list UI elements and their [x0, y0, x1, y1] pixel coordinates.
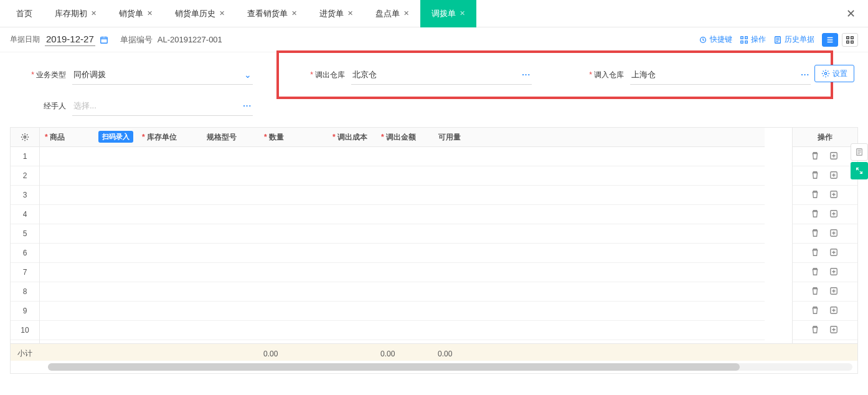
docno-label: 单据编号: [120, 34, 153, 45]
svg-point-11: [824, 72, 827, 75]
svg-rect-3: [745, 36, 748, 39]
svg-rect-2: [741, 36, 743, 39]
tab-sales-order[interactable]: 销货单✕: [108, 0, 164, 27]
horizontal-scrollbar[interactable]: [48, 363, 852, 371]
tab-sales-history[interactable]: 销货单历史✕: [164, 0, 236, 27]
add-icon[interactable]: [829, 151, 839, 161]
row-index: 10: [11, 321, 39, 340]
tab-view-sales[interactable]: 查看销货单✕: [236, 0, 308, 27]
svg-rect-9: [847, 40, 849, 43]
table-row[interactable]: [40, 302, 792, 321]
table-row[interactable]: [40, 282, 792, 302]
more-icon: ···: [243, 101, 252, 110]
row-actions: [793, 147, 857, 166]
data-table: 1234567891011 *商品扫码录入 *库存单位 规格型号 *数量 *调出…: [10, 127, 858, 374]
close-icon[interactable]: ✕: [403, 10, 409, 17]
table-row[interactable]: [40, 166, 792, 186]
delete-icon[interactable]: [811, 325, 821, 335]
out-warehouse-select[interactable]: 北京仓···: [351, 65, 532, 85]
close-panel-icon[interactable]: ✕: [839, 7, 863, 21]
docno-value: AL-20191227-001: [158, 35, 222, 44]
notes-icon[interactable]: [851, 143, 868, 161]
table-row[interactable]: [40, 205, 792, 224]
table-row[interactable]: [40, 244, 792, 263]
tab-bar: 首页 库存期初✕ 销货单✕ 销货单历史✕ 查看销货单✕ 进货单✕ 盘点单✕ 调拨…: [0, 0, 868, 27]
table-row[interactable]: [40, 263, 792, 282]
row-index: 5: [11, 224, 39, 244]
tab-transfer[interactable]: 调拨单✕: [420, 0, 476, 27]
delete-icon[interactable]: [811, 209, 821, 219]
date-label: 单据日期: [10, 34, 40, 45]
close-icon[interactable]: ✕: [291, 10, 297, 17]
date-value[interactable]: 2019-12-27: [45, 34, 95, 46]
row-index: 6: [11, 244, 39, 263]
field-in-warehouse: *调入仓库 上海仓···: [568, 65, 811, 85]
svg-rect-7: [847, 36, 849, 39]
more-icon: ···: [522, 70, 531, 79]
scan-badge[interactable]: 扫码录入: [98, 131, 133, 143]
col-spec: 规格型号: [202, 128, 259, 147]
close-icon[interactable]: ✕: [91, 10, 97, 17]
field-handler: 经手人 选择...···: [10, 96, 253, 116]
close-icon[interactable]: ✕: [347, 10, 353, 17]
svg-rect-0: [100, 37, 107, 43]
handler-select[interactable]: 选择...···: [72, 96, 253, 116]
shortcut-button[interactable]: 快捷键: [699, 34, 732, 45]
delete-icon[interactable]: [811, 229, 821, 239]
tab-stocktake[interactable]: 盘点单✕: [364, 0, 420, 27]
expand-icon[interactable]: [851, 162, 868, 179]
col-avail: 可用量: [433, 128, 765, 147]
add-icon[interactable]: [829, 190, 839, 200]
close-icon[interactable]: ✕: [147, 10, 153, 17]
subtotal-row: 小计 0.00 0.00 0.00: [11, 343, 857, 361]
delete-icon[interactable]: [811, 190, 821, 200]
row-index: 8: [11, 282, 39, 302]
row-actions: [793, 302, 857, 321]
add-icon[interactable]: [829, 267, 839, 277]
settings-button[interactable]: 设置: [814, 65, 854, 82]
float-icons: [851, 143, 868, 179]
tab-purchase[interactable]: 进货单✕: [308, 0, 364, 27]
col-unit: *库存单位: [137, 128, 202, 147]
calendar-icon[interactable]: [99, 35, 109, 45]
add-icon[interactable]: [829, 171, 839, 181]
row-actions: [793, 263, 857, 282]
col-product: *商品扫码录入: [40, 128, 137, 147]
row-actions: [793, 224, 857, 244]
row-index: 7: [11, 263, 39, 282]
delete-icon[interactable]: [811, 287, 821, 297]
svg-rect-5: [745, 40, 748, 43]
add-icon[interactable]: [829, 209, 839, 219]
delete-icon[interactable]: [811, 306, 821, 316]
delete-icon[interactable]: [811, 248, 821, 258]
gear-icon-header[interactable]: [11, 128, 39, 147]
delete-icon[interactable]: [811, 151, 821, 161]
row-index: 3: [11, 186, 39, 205]
row-actions: [793, 282, 857, 302]
tab-inventory-init[interactable]: 库存期初✕: [44, 0, 108, 27]
delete-icon[interactable]: [811, 171, 821, 181]
table-row[interactable]: [40, 186, 792, 205]
history-button[interactable]: 历史单据: [773, 34, 814, 45]
close-icon[interactable]: ✕: [219, 10, 225, 17]
in-warehouse-select[interactable]: 上海仓···: [630, 65, 811, 85]
tab-home[interactable]: 首页: [5, 0, 44, 27]
header-bar: 单据日期 2019-12-27 单据编号 AL-20191227-001 快捷键…: [0, 27, 868, 52]
view-toggle: [822, 33, 858, 47]
table-row[interactable]: [40, 224, 792, 244]
col-qty: *数量: [259, 128, 328, 147]
row-actions: [793, 321, 857, 340]
table-row[interactable]: [40, 147, 792, 166]
table-row[interactable]: [40, 321, 792, 340]
view-grid-icon[interactable]: [842, 33, 858, 47]
biztype-select[interactable]: 同价调拨⌄: [72, 65, 253, 85]
add-icon[interactable]: [829, 248, 839, 258]
add-icon[interactable]: [829, 287, 839, 297]
view-list-icon[interactable]: [822, 33, 838, 47]
delete-icon[interactable]: [811, 267, 821, 277]
close-icon[interactable]: ✕: [460, 10, 465, 17]
ops-button[interactable]: 操作: [740, 34, 766, 45]
add-icon[interactable]: [829, 325, 839, 335]
add-icon[interactable]: [829, 306, 839, 316]
add-icon[interactable]: [829, 229, 839, 239]
